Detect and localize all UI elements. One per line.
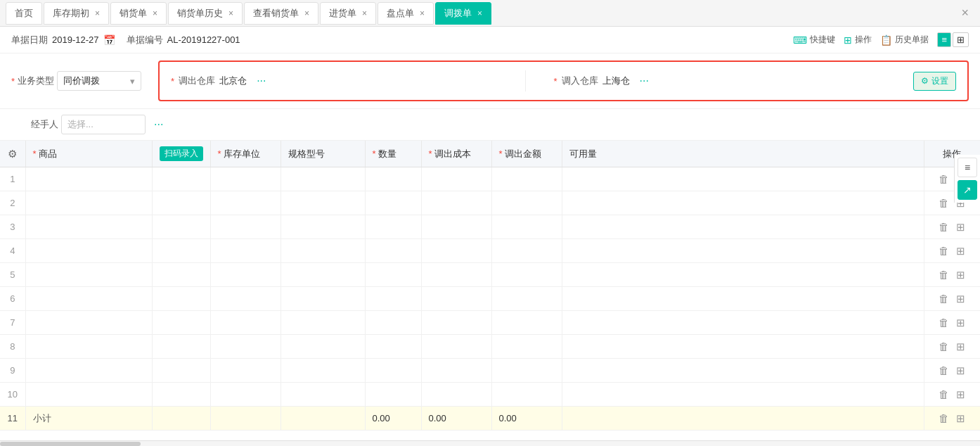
spec-cell[interactable] (281, 335, 365, 359)
spec-cell[interactable] (281, 239, 365, 263)
qty-cell[interactable] (365, 191, 421, 215)
delete-icon[interactable]: 🗑 (939, 245, 949, 257)
amount-cell[interactable] (491, 191, 562, 215)
copy-icon[interactable]: ⊞ (956, 412, 965, 424)
spec-cell[interactable] (281, 263, 365, 287)
tab-sales-order[interactable]: 销货单 × (110, 2, 167, 25)
product-cell[interactable] (25, 215, 152, 239)
unit-cell[interactable] (210, 191, 281, 215)
shortcut-button[interactable]: ⌨ 快捷键 (793, 34, 835, 46)
spec-cell[interactable] (281, 167, 365, 191)
amount-cell[interactable] (491, 167, 562, 191)
unit-cell[interactable] (210, 335, 281, 359)
spec-cell[interactable] (281, 311, 365, 335)
delete-icon[interactable]: 🗑 (939, 388, 949, 400)
qty-cell[interactable] (365, 215, 421, 239)
delete-icon[interactable]: 🗑 (939, 317, 949, 329)
copy-icon[interactable]: ⊞ (956, 364, 965, 376)
business-type-select[interactable]: 同价调拨 ▾ (57, 71, 141, 91)
amount-cell[interactable] (491, 359, 562, 383)
spec-cell[interactable] (281, 383, 365, 407)
qty-cell[interactable] (365, 335, 421, 359)
cost-cell[interactable] (421, 191, 491, 215)
delete-icon[interactable]: 🗑 (939, 412, 949, 424)
tab-purchase-order[interactable]: 进货单 × (320, 2, 376, 25)
tab-sales-history-close[interactable]: × (228, 8, 233, 18)
copy-icon[interactable]: ⊞ (956, 340, 965, 352)
delete-icon[interactable]: 🗑 (939, 197, 949, 209)
cost-cell[interactable] (421, 287, 491, 311)
tab-inventory-init[interactable]: 库存期初 × (44, 2, 109, 25)
copy-icon[interactable]: ⊞ (956, 317, 965, 329)
spec-cell[interactable] (281, 215, 365, 239)
cost-cell[interactable] (421, 263, 491, 287)
spec-cell[interactable] (281, 191, 365, 215)
tab-transfer[interactable]: 调拨单 × (435, 2, 491, 25)
warehouse-out-more[interactable]: ··· (257, 75, 266, 87)
tab-stocktake[interactable]: 盘点单 × (378, 2, 434, 25)
product-cell[interactable] (25, 191, 152, 215)
list-view-button[interactable]: ≡ (937, 32, 951, 47)
cost-cell[interactable] (421, 335, 491, 359)
spec-cell[interactable] (281, 359, 365, 383)
scan-entry-button[interactable]: 扫码录入 (160, 146, 203, 161)
side-external-button[interactable]: ↗ (958, 180, 977, 200)
unit-cell[interactable] (210, 215, 281, 239)
history-button[interactable]: 📋 历史单据 (880, 34, 929, 46)
tab-sales-order-close[interactable]: × (153, 8, 157, 18)
unit-cell[interactable] (210, 383, 281, 407)
tab-purchase-order-close[interactable]: × (362, 8, 367, 18)
copy-icon[interactable]: ⊞ (956, 388, 965, 400)
unit-cell[interactable] (210, 287, 281, 311)
delete-icon[interactable]: 🗑 (939, 340, 949, 352)
copy-icon[interactable]: ⊞ (956, 221, 965, 233)
product-cell[interactable] (25, 239, 152, 263)
copy-icon[interactable]: ⊞ (956, 269, 965, 281)
tab-home[interactable]: 首页 (6, 2, 42, 25)
tab-inventory-init-close[interactable]: × (95, 8, 100, 18)
product-cell[interactable] (25, 167, 152, 191)
amount-cell[interactable] (491, 263, 562, 287)
amount-cell[interactable] (491, 383, 562, 407)
unit-cell[interactable] (210, 311, 281, 335)
unit-cell[interactable] (210, 263, 281, 287)
tab-transfer-close[interactable]: × (477, 8, 482, 18)
qty-cell[interactable] (365, 359, 421, 383)
amount-cell[interactable] (491, 215, 562, 239)
copy-icon[interactable]: ⊞ (956, 245, 965, 257)
handler-select[interactable]: 选择... (61, 115, 146, 134)
amount-cell[interactable] (491, 335, 562, 359)
unit-cell[interactable] (210, 239, 281, 263)
window-close-button[interactable]: × (955, 6, 974, 20)
qty-cell[interactable] (365, 263, 421, 287)
cost-cell[interactable] (421, 167, 491, 191)
grid-view-button[interactable]: ⊞ (953, 32, 969, 47)
delete-icon[interactable]: 🗑 (939, 293, 949, 305)
amount-cell[interactable] (491, 287, 562, 311)
qty-cell[interactable] (365, 167, 421, 191)
product-cell[interactable] (25, 263, 152, 287)
delete-icon[interactable]: 🗑 (939, 221, 949, 233)
unit-cell[interactable] (210, 359, 281, 383)
side-list-button[interactable]: ≡ (958, 158, 977, 177)
qty-cell[interactable] (365, 311, 421, 335)
unit-cell[interactable] (210, 167, 281, 191)
qty-cell[interactable] (365, 383, 421, 407)
table-settings-icon[interactable]: ⚙ (8, 148, 17, 160)
delete-icon[interactable]: 🗑 (939, 173, 949, 185)
cost-cell[interactable] (421, 215, 491, 239)
qty-cell[interactable] (365, 239, 421, 263)
cost-cell[interactable] (421, 383, 491, 407)
product-cell[interactable] (25, 311, 152, 335)
operation-button[interactable]: ⊞ 操作 (844, 34, 872, 46)
amount-cell[interactable] (491, 239, 562, 263)
delete-icon[interactable]: 🗑 (939, 364, 949, 376)
tab-stocktake-close[interactable]: × (420, 8, 425, 18)
calendar-icon[interactable]: 📅 (103, 34, 115, 46)
settings-button[interactable]: ⚙ 设置 (913, 72, 956, 91)
product-cell[interactable] (25, 383, 152, 407)
handler-more[interactable]: ··· (154, 118, 163, 131)
product-cell[interactable] (25, 287, 152, 311)
product-cell[interactable] (25, 335, 152, 359)
horizontal-scrollbar[interactable] (0, 440, 980, 446)
